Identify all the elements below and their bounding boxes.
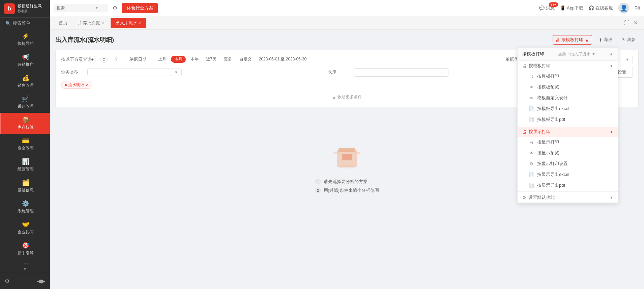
- flow-detail-tag[interactable]: 流水明细 ✕: [61, 81, 92, 89]
- topbar-search-input[interactable]: [57, 6, 94, 10]
- date-btn-lastmonth[interactable]: 上月: [155, 56, 169, 63]
- app-download-label: App下载: [567, 5, 583, 11]
- sidebar-item-system[interactable]: ⚙️ 系统管理: [0, 196, 50, 217]
- dropdown-section-display[interactable]: 🖨 按显示打印 ▲: [518, 127, 618, 137]
- dropdown-item-display-pdf[interactable]: 📑 按显示导出pdf: [518, 180, 618, 191]
- app-logo: b 畅捷通好生意 标准版: [0, 0, 50, 18]
- sidebar-item-purchase[interactable]: 🛒 采购管理: [0, 92, 50, 113]
- refresh-icon: ↻: [622, 37, 626, 43]
- dropdown-item-display-excel[interactable]: 📄 按显示导出excel: [518, 169, 618, 180]
- app-download-icon: 📱: [560, 5, 565, 10]
- refresh-label: 刷新: [627, 37, 636, 43]
- tab-inout-flow[interactable]: 出入库流水 ✕: [111, 18, 146, 28]
- dropdown-item-template-custom[interactable]: ✏ 模板自定义设计: [518, 93, 618, 103]
- dropdown-item-display-preview[interactable]: 👁 按显示预览: [518, 148, 618, 158]
- sidebar-item-finance[interactable]: 💳 资金管理: [0, 134, 50, 155]
- dropdown-item-template-preview[interactable]: 👁 按模板预览: [518, 82, 618, 93]
- industry-btn[interactable]: 体验行业方案: [122, 3, 158, 13]
- refresh-btn[interactable]: ↻ 刷新: [619, 35, 639, 44]
- topbar-search-wrap[interactable]: ▼: [54, 4, 108, 12]
- settings-btn[interactable]: ⚙: [3, 277, 11, 286]
- display-settings-label: 按显示打印设置: [537, 161, 568, 167]
- date-btn-more[interactable]: 更多: [221, 56, 235, 63]
- print-icon: 🖨: [556, 37, 560, 43]
- message-btn[interactable]: 💬 消息 99+: [539, 5, 555, 11]
- sidebar-item-collab[interactable]: 🤝 企业协同: [0, 217, 50, 238]
- tab-close-all-btn[interactable]: ✕: [632, 18, 640, 27]
- export-label: 导出: [604, 37, 613, 43]
- date-btn-7days[interactable]: 近7天: [203, 56, 219, 63]
- tab-home-label: 首页: [59, 20, 67, 26]
- display-section-chevron: ▲: [610, 130, 613, 134]
- template-excel-icon: 📄: [528, 106, 534, 112]
- tab-inventory-batch[interactable]: 库存批次账 ✕: [74, 18, 109, 28]
- type-select-chevron: ▼: [625, 57, 629, 61]
- sidebar-item-basic[interactable]: 🗂️ 基础信息: [0, 176, 50, 196]
- sidebar-search[interactable]: 🔍 搜索菜单: [0, 18, 50, 29]
- display-preview-icon: 👁: [528, 150, 534, 156]
- sidebar-item-inventory[interactable]: 📦 库存核算: [0, 113, 50, 134]
- collapse-sidebar-btn[interactable]: ◀▶: [36, 277, 47, 286]
- sidebar-scroll-down[interactable]: ▼: [0, 265, 50, 273]
- tab-inventory-batch-close[interactable]: ✕: [101, 21, 105, 25]
- dropdown-item-display-print[interactable]: 🖨 按显示打印: [518, 137, 618, 148]
- user-avatar[interactable]: 👤: [618, 3, 629, 14]
- filter-settings-btn[interactable]: ⚙: [100, 56, 108, 63]
- dropdown-section-default[interactable]: ⚙ 设置默认功能 ▼: [518, 192, 618, 203]
- sidebar-item-appstore[interactable]: 📱 应用中心: [0, 259, 50, 265]
- sidebar-item-guide[interactable]: 🎯 新手引导: [0, 238, 50, 259]
- online-service-btn[interactable]: 🎧 在线客服: [589, 5, 613, 11]
- sidebar-nav: ⚡ 快捷导航 📢 营销推广 💰 销售管理 🛒 采购管理 📦 库存核算 💳 资金管…: [0, 29, 50, 265]
- headphone-icon: 🎧: [589, 5, 594, 10]
- date-btn-thisyear[interactable]: 本年: [188, 56, 201, 63]
- topbar-settings-icon[interactable]: ⚙: [111, 3, 119, 12]
- dropdown-section-template[interactable]: 🖨 按模板打印 ▼: [518, 61, 618, 71]
- print-dropdown-panel: 按模板打印 当前：出入库流水 ▼ ▲ 🖨 按模板打印 ▼: [517, 47, 618, 203]
- main-content: ▼ ⚙ 体验行业方案 💬 消息 99+ 📱 App下载 🎧 在线客服 👤 Rit: [50, 0, 644, 289]
- app-name: 畅捷通好生意: [18, 4, 42, 9]
- dropdown-divider-2: [518, 191, 618, 192]
- sidebar-item-operations[interactable]: 📊 经营管理: [0, 155, 50, 176]
- sidebar-item-marketing[interactable]: 📢 营销推广: [0, 50, 50, 71]
- system-icon: ⚙️: [22, 200, 29, 207]
- tag-dot: [65, 84, 67, 86]
- sidebar-item-sales[interactable]: 💰 销售管理: [0, 71, 50, 92]
- template-pdf-icon: 📑: [528, 116, 534, 123]
- filter-business-select[interactable]: ▼: [87, 69, 182, 76]
- date-btn-custom[interactable]: 自定义: [237, 56, 254, 63]
- appstore-icon: 📱: [22, 263, 29, 265]
- logo-icon: b: [4, 3, 15, 14]
- tab-inout-flow-close[interactable]: ✕: [139, 21, 142, 25]
- template-excel-label: 按模板导出excel: [537, 106, 569, 112]
- filter-add-btn[interactable]: +: [89, 56, 96, 63]
- date-btn-thismonth[interactable]: 本月: [171, 56, 186, 63]
- tabbar: 首页 库存批次账 ✕ 出入库流水 ✕ ⛶ ✕: [50, 16, 644, 30]
- dropdown-item-template-excel[interactable]: 📄 按模板导出excel: [518, 103, 618, 114]
- filter-collapse-btn[interactable]: 《: [112, 55, 118, 63]
- template-section-icon: 🖨: [522, 63, 527, 69]
- step-2-text: 用[过滤]条件来缩小分析范围: [324, 187, 379, 193]
- tab-maximize-btn[interactable]: ⛶: [622, 19, 632, 27]
- dropdown-item-template-pdf[interactable]: 📑 按模板导出pdf: [518, 114, 618, 125]
- app-download-btn[interactable]: 📱 App下载: [560, 5, 583, 11]
- export-btn[interactable]: ⬆ 导出: [596, 35, 615, 44]
- topbar-search-chevron: ▼: [95, 6, 98, 10]
- tab-inventory-batch-label: 库存批次账: [78, 20, 100, 26]
- collapse-icon: ▲: [332, 95, 336, 100]
- dropdown-chevron-up: ▲: [609, 52, 613, 56]
- display-excel-icon: 📄: [528, 172, 534, 178]
- template-custom-icon: ✏: [528, 95, 534, 101]
- sidebar-item-shortcut[interactable]: ⚡ 快捷导航: [0, 29, 50, 50]
- date-shortcuts: 上月 本月 本年 近7天 更多 自定义 2023-06-01 至 2023-06…: [155, 56, 306, 63]
- message-icon: 💬: [539, 5, 545, 10]
- tab-home[interactable]: 首页: [54, 18, 72, 28]
- shortcut-icon: ⚡: [22, 32, 29, 40]
- template-pdf-label: 按模板导出pdf: [537, 116, 565, 123]
- tag-remove-icon[interactable]: ✕: [86, 83, 89, 87]
- template-print-btn[interactable]: 🖨 按模板打印 ▲: [553, 35, 592, 45]
- dropdown-item-display-settings[interactable]: ⚙ 按显示打印设置: [518, 158, 618, 169]
- dropdown-current-label: 当前：出入库流水 ▼: [558, 51, 596, 57]
- sidebar-search-label: 搜索菜单: [13, 20, 30, 26]
- filter-warehouse-select[interactable]: ···: [354, 68, 448, 77]
- dropdown-item-template-print[interactable]: 🖨 按模板打印: [518, 71, 618, 82]
